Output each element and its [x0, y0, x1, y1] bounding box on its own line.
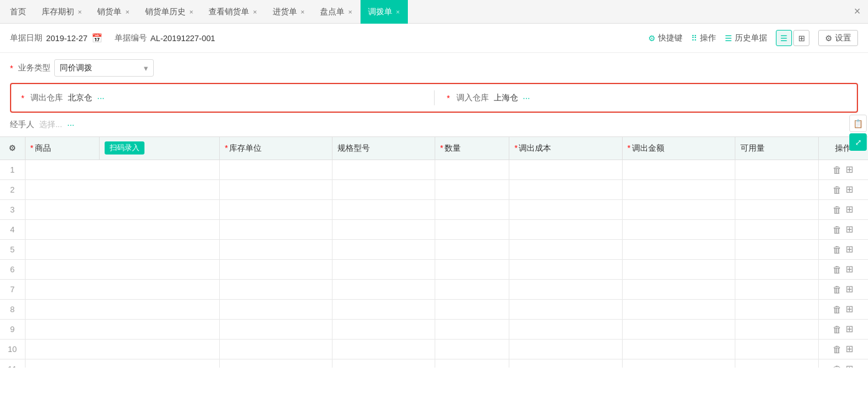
qty-cell[interactable] [435, 239, 509, 259]
delete-icon[interactable]: 🗑 [833, 184, 842, 195]
copy-icon[interactable]: ⊞ [846, 224, 854, 235]
amount-cell[interactable] [622, 159, 735, 179]
avail-cell[interactable] [735, 259, 818, 279]
tab-purchase[interactable]: 进货单 × [265, 0, 313, 24]
warehouse-in-value[interactable]: 上海仓 [494, 92, 518, 103]
settings-icon[interactable]: ⚙ [9, 143, 16, 153]
avail-cell[interactable] [735, 279, 818, 299]
unit-cell[interactable] [219, 259, 332, 279]
delete-icon[interactable]: 🗑 [833, 364, 842, 368]
person-select[interactable]: 选择... [39, 119, 62, 130]
shortcut-action[interactable]: ⚙ 快捷键 [648, 32, 682, 44]
business-type-select[interactable]: 同价调拨 ▾ [54, 59, 154, 77]
close-tab-view-sales[interactable]: × [253, 8, 257, 16]
avail-cell[interactable] [735, 219, 818, 239]
qty-cell[interactable] [435, 339, 509, 359]
cost-cell[interactable] [509, 159, 622, 179]
calendar-icon[interactable]: 📅 [92, 33, 102, 43]
tab-stocktake[interactable]: 盘点单 × [313, 0, 360, 24]
cost-cell[interactable] [509, 319, 622, 339]
copy-icon[interactable]: ⊞ [846, 363, 854, 368]
tab-sales-history[interactable]: 销货单历史 × [138, 0, 201, 24]
product-cell[interactable] [25, 259, 219, 279]
copy-icon[interactable]: ⊞ [846, 164, 854, 175]
product-cell[interactable] [25, 319, 219, 339]
tab-transfer[interactable]: 调拨单 × [361, 0, 408, 24]
product-cell[interactable] [25, 239, 219, 259]
tab-home[interactable]: 首页 [2, 0, 34, 24]
unit-cell[interactable] [219, 299, 332, 319]
copy-icon[interactable]: ⊞ [846, 244, 854, 255]
amount-cell[interactable] [622, 219, 735, 239]
spec-cell[interactable] [333, 219, 435, 239]
history-action[interactable]: ☰ 历史单据 [725, 32, 767, 44]
avail-cell[interactable] [735, 159, 818, 179]
expand-btn[interactable]: ⤢ [849, 133, 867, 151]
cost-cell[interactable] [509, 339, 622, 359]
person-more-btn[interactable]: ··· [67, 120, 75, 130]
unit-cell[interactable] [219, 219, 332, 239]
close-tab-inventory-init[interactable]: × [78, 8, 82, 16]
layout-list-btn[interactable]: ☰ [776, 30, 792, 46]
cost-cell[interactable] [509, 259, 622, 279]
scan-btn[interactable]: 扫码录入 [105, 141, 144, 155]
copy-icon[interactable]: ⊞ [846, 303, 854, 315]
copy-icon[interactable]: ⊞ [846, 184, 854, 195]
spec-cell[interactable] [333, 199, 435, 219]
close-tab-sales-history[interactable]: × [189, 8, 193, 16]
delete-icon[interactable]: 🗑 [833, 284, 842, 295]
spec-cell[interactable] [333, 239, 435, 259]
copy-icon[interactable]: ⊞ [846, 283, 854, 295]
delete-icon[interactable]: 🗑 [833, 264, 842, 275]
cost-cell[interactable] [509, 239, 622, 259]
copy-icon[interactable]: ⊞ [846, 204, 854, 215]
spec-cell[interactable] [333, 259, 435, 279]
setting-button[interactable]: ⚙ 设置 [818, 30, 858, 46]
unit-cell[interactable] [219, 159, 332, 179]
window-close-button[interactable]: × [846, 0, 868, 24]
product-cell[interactable] [25, 219, 219, 239]
layout-grid-btn[interactable]: ⊞ [793, 30, 809, 46]
spec-cell[interactable] [333, 359, 435, 368]
amount-cell[interactable] [622, 279, 735, 299]
spec-cell[interactable] [333, 339, 435, 359]
table-scroll-container[interactable]: ⚙ *商品 扫码录入 *库存单位 规格型号 *数量 [0, 137, 868, 368]
copy-icon[interactable]: ⊞ [846, 323, 854, 335]
tab-sales-order[interactable]: 销货单 × [90, 0, 137, 24]
amount-cell[interactable] [622, 299, 735, 319]
avail-cell[interactable] [735, 339, 818, 359]
unit-cell[interactable] [219, 179, 332, 199]
cost-cell[interactable] [509, 299, 622, 319]
close-tab-stocktake[interactable]: × [348, 8, 352, 16]
cost-cell[interactable] [509, 199, 622, 219]
product-cell[interactable] [25, 339, 219, 359]
avail-cell[interactable] [735, 359, 818, 368]
unit-cell[interactable] [219, 239, 332, 259]
warehouse-out-value[interactable]: 北京仓 [68, 92, 92, 103]
amount-cell[interactable] [622, 239, 735, 259]
amount-cell[interactable] [622, 319, 735, 339]
delete-icon[interactable]: 🗑 [833, 244, 842, 255]
unit-cell[interactable] [219, 199, 332, 219]
unit-cell[interactable] [219, 359, 332, 368]
qty-cell[interactable] [435, 299, 509, 319]
spec-cell[interactable] [333, 159, 435, 179]
close-tab-purchase[interactable]: × [301, 8, 304, 16]
delete-icon[interactable]: 🗑 [833, 204, 842, 215]
tab-inventory-init[interactable]: 库存期初 × [34, 0, 90, 24]
tab-view-sales[interactable]: 查看销货单 × [201, 0, 265, 24]
cost-cell[interactable] [509, 279, 622, 299]
qty-cell[interactable] [435, 279, 509, 299]
amount-cell[interactable] [622, 359, 735, 368]
qty-cell[interactable] [435, 179, 509, 199]
copy-icon[interactable]: ⊞ [846, 343, 854, 355]
product-cell[interactable] [25, 279, 219, 299]
unit-cell[interactable] [219, 279, 332, 299]
warehouse-in-more-btn[interactable]: ··· [523, 93, 531, 103]
avail-cell[interactable] [735, 319, 818, 339]
qty-cell[interactable] [435, 159, 509, 179]
amount-cell[interactable] [622, 259, 735, 279]
avail-cell[interactable] [735, 179, 818, 199]
cost-cell[interactable] [509, 219, 622, 239]
spec-cell[interactable] [333, 179, 435, 199]
